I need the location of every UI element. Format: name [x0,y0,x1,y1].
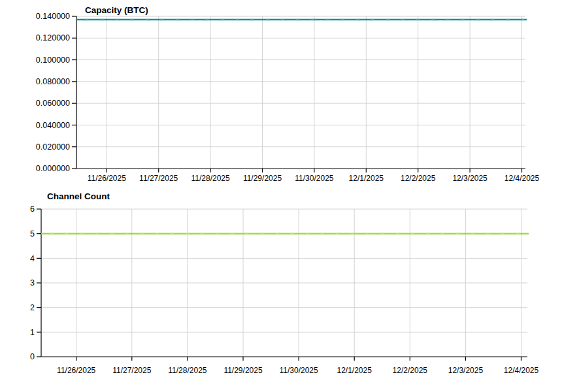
y-tick-label: 5 [30,229,35,238]
data-point-marker [341,19,344,20]
data-point-marker [351,233,354,235]
data-point-marker [386,19,389,20]
data-point-marker [191,19,194,20]
channel-count-chart-plot: 012345611/26/202511/27/202511/28/202511/… [30,204,538,375]
y-tick-label: 0.000000 [36,164,70,173]
data-point-marker [461,19,465,20]
data-point-marker [441,233,444,235]
data-point-marker [506,19,510,20]
data-point-marker [221,19,224,20]
data-point-marker [311,19,314,20]
x-tick-label: 12/1/2025 [349,174,384,183]
x-tick-label: 12/2/2025 [393,366,428,375]
data-point-marker [50,233,54,235]
y-tick-label: 0.020000 [36,142,70,152]
x-tick-label: 12/3/2025 [452,174,488,183]
data-point-marker [476,19,480,20]
data-point-marker [396,233,399,235]
y-tick-label: 3 [30,278,35,287]
data-point-marker [401,19,405,20]
data-point-marker [446,19,450,20]
data-point-marker [326,19,329,20]
data-point-marker [416,19,420,20]
x-tick-label: 11/26/2025 [57,366,95,375]
data-point-marker [501,233,504,235]
data-point-marker [161,19,164,20]
data-point-marker [176,19,179,20]
x-tick-label: 11/28/2025 [191,174,230,183]
y-tick-label: 6 [30,204,35,214]
data-point-marker [125,233,129,235]
x-tick-label: 11/30/2025 [280,366,318,375]
data-point-marker [261,233,264,235]
x-tick-label: 12/4/2025 [504,174,540,183]
data-point-marker [140,233,144,235]
data-point-marker [296,19,299,20]
data-point-marker [156,233,159,235]
x-tick-label: 11/26/2025 [88,174,126,183]
x-tick-label: 11/29/2025 [223,366,262,375]
data-point-marker [171,233,174,235]
capacity-chart-plot: 0.0000000.0200000.0400000.0600000.080000… [36,12,540,183]
data-point-marker [486,233,489,235]
x-tick-label: 11/27/2025 [139,174,178,183]
data-point-marker [321,233,324,235]
y-tick-label: 0.120000 [36,33,70,42]
y-tick-label: 0.140000 [36,12,70,21]
x-tick-label: 12/1/2025 [337,366,372,375]
y-tick-label: 0.040000 [36,121,70,130]
data-point-marker [206,19,209,20]
data-point-marker [231,233,234,235]
channel-count-chart-title: Channel Count [47,191,110,201]
data-point-marker [251,19,254,20]
data-point-marker [491,19,495,20]
capacity-chart-title: Capacity (BTC) [85,5,148,15]
dashboard-page: 0.0000000.0200000.0400000.0600000.080000… [0,0,562,392]
data-point-marker [276,233,279,235]
data-point-marker [306,233,309,235]
y-tick-label: 1 [30,328,35,337]
data-point-marker [65,233,69,235]
data-point-marker [116,19,119,20]
data-point-marker [86,19,89,20]
data-point-marker [521,19,525,20]
data-point-marker [216,233,219,235]
y-tick-label: 0 [30,352,35,361]
data-point-marker [131,19,134,20]
y-tick-label: 0.100000 [36,56,70,65]
x-tick-label: 11/28/2025 [168,366,207,375]
data-point-marker [110,233,114,235]
data-point-marker [456,233,459,235]
y-tick-label: 0.060000 [36,99,70,108]
data-point-marker [146,19,149,20]
data-point-marker [381,233,384,235]
x-tick-label: 12/4/2025 [504,366,539,375]
x-tick-label: 11/30/2025 [295,174,333,183]
x-tick-label: 12/3/2025 [448,366,484,375]
y-tick-label: 4 [30,254,35,263]
y-tick-label: 0.080000 [36,77,70,86]
data-point-marker [246,233,249,235]
data-point-marker [431,19,435,20]
data-point-marker [281,19,284,20]
data-point-marker [186,233,189,235]
data-point-marker [95,233,99,235]
capacity-chart: 0.0000000.0200000.0400000.0600000.080000… [0,0,562,189]
data-point-marker [101,19,104,20]
x-tick-label: 11/29/2025 [243,174,282,183]
data-point-marker [411,233,414,235]
y-tick-label: 2 [30,303,35,312]
channel-count-chart: 012345611/26/202511/27/202511/28/202511/… [0,189,562,392]
data-point-marker [471,233,474,235]
x-tick-label: 11/27/2025 [112,366,151,375]
data-point-marker [426,233,429,235]
data-point-marker [201,233,204,235]
data-point-marker [336,233,339,235]
data-point-marker [80,233,84,235]
data-point-marker [236,19,239,20]
data-point-marker [356,19,359,20]
data-point-marker [266,19,269,20]
x-tick-label: 12/2/2025 [401,174,436,183]
data-point-marker [371,19,374,20]
data-point-marker [516,233,520,235]
